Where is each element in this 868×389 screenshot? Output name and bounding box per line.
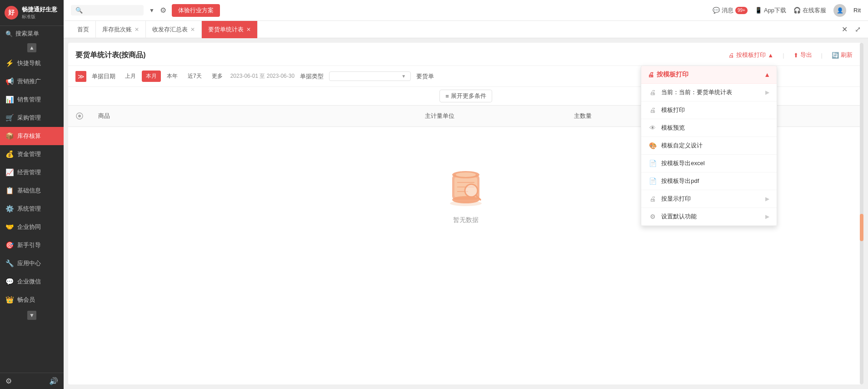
- settings-icon[interactable]: ⚙: [5, 377, 12, 385]
- guide-icon: 🎯: [5, 241, 14, 249]
- table-settings-icon[interactable]: [76, 112, 83, 120]
- logo-icon: 好: [5, 6, 18, 20]
- page-header: 要货单统计表(按商品) 🖨 按模板打印 ▲ 🖨 按模板打印: [68, 43, 863, 66]
- sidebar-item-label: 库存核算: [17, 132, 41, 140]
- sidebar-item-label: 销售管理: [17, 96, 41, 104]
- date-btn-this-year[interactable]: 本年: [163, 71, 182, 82]
- refresh-button[interactable]: 🔄 刷新: [828, 49, 856, 61]
- date-btn-more[interactable]: 更多: [208, 71, 227, 82]
- date-btn-last-month[interactable]: 上月: [121, 71, 140, 82]
- tab-receipt-summary[interactable]: 收发存汇总表 ✕: [146, 21, 202, 38]
- filter-type-label: 单据类型: [300, 72, 324, 81]
- print-dropdown-menu: 🖨 按模板打印 ▲ 🖨 当前：当前：要货单统计表 ▶: [641, 66, 777, 226]
- dropdown-template-preview[interactable]: 👁 模板预览: [641, 119, 777, 137]
- tab-receipt-summary-close[interactable]: ✕: [190, 27, 195, 32]
- user-avatar[interactable]: 👤: [833, 4, 846, 17]
- display-print-arrow: ▶: [765, 196, 769, 202]
- sidebar-item-wechat[interactable]: 💬 企业微信: [0, 273, 64, 291]
- filter-type-select[interactable]: ▼: [329, 71, 411, 81]
- topbar-search-box[interactable]: 🔍: [71, 5, 144, 15]
- sidebar-item-system[interactable]: ⚙️ 系统管理: [0, 200, 64, 218]
- sidebar-item-operation[interactable]: 📈 经营管理: [0, 163, 64, 182]
- scrollbar-thumb: [860, 214, 863, 241]
- print-template-label: 按模板打印: [736, 51, 766, 59]
- main-content: 🔍 ▼ ⚙ 体验行业方案 💬 消息 99+ 📱 App下载 🎧 在线客服 👤: [64, 0, 868, 389]
- sidebar-item-sales[interactable]: 📊 销售管理: [0, 91, 64, 109]
- sidebar-item-label: 新手引导: [17, 241, 41, 249]
- template-design-icon: 🎨: [649, 142, 657, 149]
- topbar-gear-icon[interactable]: ⚙: [160, 6, 166, 15]
- sidebar-item-member[interactable]: 👑 畅会员: [0, 291, 64, 309]
- sidebar: 好 畅捷通好生意 标准版 🔍 搜索菜单 ▲ ⚡ 快捷导航 📢 营销推广 📊 销售…: [0, 0, 64, 389]
- print-template-button[interactable]: 🖨 按模板打印 ▲ 🖨 按模板打印 ▲: [725, 49, 777, 61]
- sidebar-item-quick-nav[interactable]: ⚡ 快捷导航: [0, 54, 64, 72]
- message-icon: 💬: [713, 7, 720, 14]
- window-maximize-btn[interactable]: ⤢: [853, 24, 863, 35]
- svg-point-1: [78, 115, 81, 117]
- sidebar-item-finance[interactable]: 💰 资金管理: [0, 145, 64, 163]
- sidebar-item-collab[interactable]: 🤝 企业协同: [0, 218, 64, 236]
- tab-home[interactable]: 首页: [71, 21, 96, 38]
- member-icon: 👑: [5, 296, 14, 304]
- print-dropdown-icon: 🖨: [648, 71, 654, 78]
- sidebar-item-label: 资金管理: [17, 150, 41, 158]
- filter-date-group: 上月 本月 本年 近7天 更多 2023-06-01 至 2023-06-30: [121, 71, 294, 82]
- topbar-dropdown-icon[interactable]: ▼: [149, 7, 155, 14]
- current-template-label: 当前：当前：要货单统计表: [661, 88, 761, 96]
- tab-batch-account-close[interactable]: ✕: [135, 27, 139, 32]
- sidebar-item-app-center[interactable]: 🔧 应用中心: [0, 254, 64, 273]
- filter-expand-icon[interactable]: ≫: [75, 71, 86, 82]
- logo-text: 畅捷通好生意 标准版: [22, 5, 57, 20]
- sidebar-item-marketing[interactable]: 📢 营销推广: [0, 72, 64, 91]
- print-dropdown-arrow[interactable]: ▲: [768, 52, 773, 59]
- refresh-icon: 🔄: [832, 52, 839, 59]
- trial-button[interactable]: 体验行业方案: [172, 4, 220, 17]
- online-service-item[interactable]: 🎧 在线客服: [793, 6, 826, 15]
- sidebar-item-label: 企业协同: [17, 223, 41, 231]
- dropdown-default-func[interactable]: ⚙ 设置默认功能 ▶: [641, 208, 777, 226]
- expand-more-button[interactable]: ≡ 展开更多条件: [439, 90, 492, 102]
- sidebar-scroll-down[interactable]: ▼: [27, 311, 36, 320]
- tab-order-stats-close[interactable]: ✕: [246, 27, 251, 32]
- action-divider: |: [783, 52, 784, 59]
- sidebar-bottom: ⚙ 🔊: [0, 373, 64, 389]
- audio-icon[interactable]: 🔊: [49, 377, 58, 385]
- sidebar-scroll-up[interactable]: ▲: [27, 43, 36, 52]
- message-item[interactable]: 💬 消息 99+: [713, 6, 748, 15]
- operation-icon: 📈: [5, 168, 14, 177]
- template-preview-icon: 👁: [649, 124, 657, 131]
- sidebar-nav: ▲ ⚡ 快捷导航 📢 营销推广 📊 销售管理 🛒 采购管理 📦 库存核算 💰 资…: [0, 41, 64, 373]
- date-range-text: 2023-06-01 至 2023-06-30: [230, 72, 294, 80]
- topbar-right: 💬 消息 99+ 📱 App下载 🎧 在线客服 👤 Rit: [713, 4, 861, 17]
- dropdown-template-print[interactable]: 🖨 模板打印: [641, 101, 777, 119]
- display-print-label: 按显示打印: [661, 195, 761, 203]
- export-button[interactable]: ⬆ 导出: [790, 49, 816, 61]
- filter-status-label: 要货单: [416, 72, 434, 81]
- tab-batch-account[interactable]: 库存批次账 ✕: [96, 21, 146, 38]
- dropdown-template-design[interactable]: 🎨 模板自定义设计: [641, 137, 777, 155]
- dropdown-template-pdf[interactable]: 📄 按模板导出pdf: [641, 172, 777, 190]
- right-scrollbar[interactable]: [860, 43, 863, 384]
- dropdown-collapse-icon[interactable]: ▲: [764, 71, 770, 78]
- topbar: 🔍 ▼ ⚙ 体验行业方案 💬 消息 99+ 📱 App下载 🎧 在线客服 👤: [64, 0, 868, 21]
- tab-order-stats[interactable]: 要货单统计表 ✕: [202, 21, 258, 38]
- dropdown-template-excel[interactable]: 📄 按模板导出excel: [641, 155, 777, 172]
- sidebar-item-guide[interactable]: 🎯 新手引导: [0, 236, 64, 254]
- sidebar-item-basic[interactable]: 📋 基础信息: [0, 182, 64, 200]
- app-name: 畅捷通好生意: [22, 5, 57, 14]
- app-download-item[interactable]: 📱 App下载: [755, 6, 786, 15]
- sidebar-item-label: 系统管理: [17, 205, 41, 213]
- tabs-bar: 首页 库存批次账 ✕ 收发存汇总表 ✕ 要货单统计表 ✕ ✕ ⤢: [64, 21, 868, 38]
- sidebar-search[interactable]: 🔍 搜索菜单: [0, 26, 64, 41]
- date-btn-this-month[interactable]: 本月: [142, 71, 161, 82]
- sidebar-item-inventory[interactable]: 📦 库存核算: [0, 127, 64, 145]
- print-dropdown-header: 🖨 按模板打印 ▲: [641, 66, 777, 84]
- finance-icon: 💰: [5, 150, 14, 158]
- sidebar-item-purchase[interactable]: 🛒 采购管理: [0, 109, 64, 127]
- dropdown-current-template[interactable]: 🖨 当前：当前：要货单统计表 ▶: [641, 84, 777, 101]
- sidebar-item-label: 快捷导航: [17, 59, 41, 67]
- date-btn-7days[interactable]: 近7天: [184, 71, 206, 82]
- window-close-btn[interactable]: ✕: [840, 24, 849, 35]
- svg-point-12: [452, 196, 479, 203]
- dropdown-display-print[interactable]: 🖨 按显示打印 ▶: [641, 190, 777, 208]
